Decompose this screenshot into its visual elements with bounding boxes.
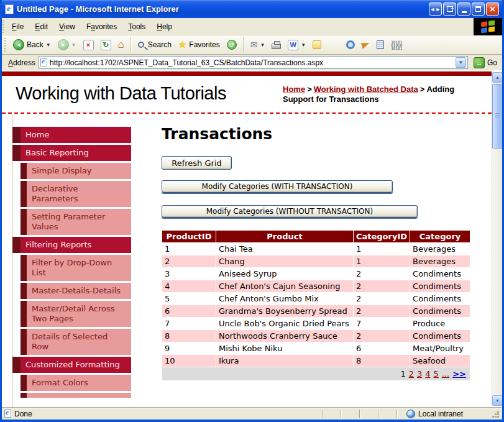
page-viewport: Working with Data Tutorials Home>Working… [2,71,502,407]
breadcrumb-separator: > [307,85,312,94]
research-button[interactable] [374,39,387,50]
address-url[interactable]: http://localhost:1702/ASPNET_Data_Tutori… [50,58,453,67]
scrollbar-thumb[interactable] [492,84,502,149]
sidebar-item-label [27,393,131,398]
sidebar-item[interactable]: Home [12,127,131,143]
scroll-up-button[interactable]: ▲ [492,72,502,83]
sidebar-item[interactable]: Format Colors [12,375,131,391]
breadcrumb-item[interactable]: Working with Batched Data [314,85,418,94]
pager-page-link[interactable]: 2 [409,369,414,378]
table-cell: 7 [162,318,216,330]
maximize-button[interactable] [472,2,485,16]
sidebar-item[interactable]: Master-Details-Details [12,283,131,299]
pager-page-link[interactable]: 5 [434,369,439,378]
forward-button[interactable]: ► ▼ [55,38,79,52]
table-cell: Condiments [410,280,470,293]
refresh-grid-button[interactable]: Refresh Grid [162,156,232,170]
addon-button[interactable] [359,40,372,49]
pan-arrows-button[interactable]: ◄► [429,2,442,16]
history-icon: ↺ [227,40,237,50]
sidebar-item[interactable]: Customized Formatting [12,357,131,373]
sidebar-item[interactable] [12,393,131,398]
nav-tab-marker [12,357,21,373]
table-cell: 5 [162,293,216,305]
table-cell: Meat/Poultry [410,342,470,355]
sidebar-item[interactable]: Declarative Parameters [12,181,131,207]
table-cell: Produce [410,318,470,330]
nav-indent [12,255,21,281]
swoosh-icon [361,40,370,49]
table-cell: Ikura [216,355,353,367]
pop-out-button[interactable] [443,2,456,16]
table-cell: Seafood [410,355,470,367]
sidebar-item-label: Customized Formatting [21,357,131,373]
history-button[interactable]: ↺ [224,39,239,51]
sidebar-item-label: Basic Reporting [21,145,131,161]
modify-without-transaction-button[interactable]: Modify Categories (WITHOUT TRANSACTION) [162,205,418,218]
menu-tools[interactable]: Tools [122,21,151,32]
pager-page-link[interactable]: 4 [425,369,430,378]
close-icon: ✕ [489,5,495,14]
print-button[interactable] [269,39,283,50]
scroll-down-button[interactable]: ▼ [492,395,502,406]
stop-button[interactable]: × [81,39,96,52]
statusbar-separator [341,410,342,418]
toolbar-grip[interactable] [4,38,7,52]
refresh-button[interactable]: ↻ [98,39,114,52]
sidebar-item[interactable]: Master/Detail Across Two Pages [12,301,131,327]
address-input[interactable]: http://localhost:1702/ASPNET_Data_Tutori… [39,56,468,69]
messenger-button[interactable] [344,39,357,50]
menu-favorites[interactable]: Favorites [81,21,122,32]
table-cell: Chai Tea [216,243,353,255]
windows-flag-icon [481,20,495,33]
toolbar-separator [131,37,132,52]
edit-with-word-button[interactable]: W ▼ [285,39,308,52]
menu-help[interactable]: Help [151,21,178,32]
mail-button[interactable]: ✉ ▼ [248,39,268,51]
table-cell: 2 [162,255,216,268]
resize-grip[interactable] [491,410,500,418]
discuss-button[interactable] [310,39,324,50]
favorites-button[interactable]: ★ Favorites [176,38,222,52]
sidebar-item[interactable]: Simple Display [12,163,131,179]
vertical-scrollbar[interactable]: ▲ ▼ [492,72,502,406]
pager-next-link[interactable]: >> [452,369,466,378]
menu-file[interactable]: File [6,21,29,32]
go-arrow-icon: → [474,57,485,68]
search-label: Search [148,40,172,49]
go-button[interactable]: → Go [471,57,500,68]
home-button[interactable]: ⌂ [116,37,127,52]
address-dropdown-button[interactable]: ▼ [456,57,466,68]
sidebar-item[interactable]: Filtering Reports [12,237,131,253]
pager-page-link[interactable]: 3 [417,369,422,378]
table-row: 10Ikura8Seafood [162,355,470,367]
close-button[interactable]: ✕ [486,2,499,16]
developer-tool-button[interactable]: 10101 01010 10101 [388,39,405,51]
pager-page-link[interactable]: ... [442,369,449,378]
nav-strip-marker [21,375,27,391]
stop-icon: × [83,40,94,50]
document-icon [4,410,11,418]
maximize-icon [475,6,481,12]
modify-with-transaction-button[interactable]: Modify Categories (WITH TRANSACTION) [162,180,393,193]
nav-strip-marker [21,329,27,355]
breadcrumb-item[interactable]: Home [283,85,305,94]
breadcrumb: Home>Working with Batched Data>Adding Su… [283,85,470,104]
sidebar-item[interactable]: Basic Reporting [12,145,131,161]
minimize-icon [462,11,467,13]
toolbar-grip[interactable] [2,20,6,33]
table-cell: 8 [353,355,410,367]
menu-edit[interactable]: Edit [29,21,53,32]
sidebar-item[interactable]: Filter by Drop-Down List [12,255,131,281]
nav-indent [12,163,21,179]
sidebar-item[interactable]: Details of Selected Row [12,329,131,355]
ie-logo-icon [5,4,14,14]
menu-view[interactable]: View [53,21,81,32]
back-button[interactable]: ◄ Back ▼ [11,38,53,52]
sidebar-item[interactable]: Setting Parameter Values [12,209,131,235]
table-cell: Aniseed Syrup [216,268,353,280]
table-row: 2Chang1Beverages [162,255,470,268]
search-button[interactable]: Search [135,39,174,50]
minimize-button[interactable] [457,2,470,16]
chevron-down-icon: ▼ [301,42,306,48]
